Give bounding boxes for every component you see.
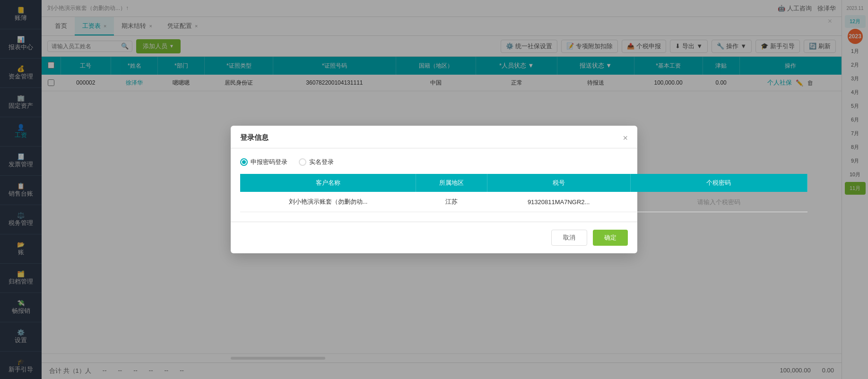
cancel-button[interactable]: 取消 (551, 230, 587, 246)
dialog-cell-name: 刘小艳演示账套（勿删勿动... (240, 192, 416, 212)
login-dialog: 登录信息 × 申报密码登录 实名登录 客户名称 所属地区 (231, 126, 637, 253)
dialog-header: 登录信息 × (231, 126, 637, 148)
dialog-cell-taxno: 91320811MA7NGR2... (487, 192, 630, 212)
dialog-col-name: 客户名称 (240, 174, 416, 192)
dialog-table: 客户名称 所属地区 税号 个税密码 刘小艳演示账套（勿删勿动... 江苏 913… (240, 174, 807, 212)
radio-password-login[interactable]: 申报密码登录 (240, 158, 287, 166)
dialog-table-row: 刘小艳演示账套（勿删勿动... 江苏 91320811MA7NGR2... (240, 192, 807, 212)
radio-realname-login[interactable]: 实名登录 (299, 158, 334, 166)
radio-password-dot (240, 158, 248, 166)
login-type-group: 申报密码登录 实名登录 (240, 158, 628, 166)
tax-password-input[interactable] (636, 198, 801, 206)
dialog-col-password: 个税密码 (630, 174, 807, 192)
dialog-col-taxno: 税号 (487, 174, 630, 192)
dialog-overlay: 登录信息 × 申报密码登录 实名登录 客户名称 所属地区 (0, 0, 868, 379)
dialog-footer: 取消 确定 (231, 222, 637, 253)
dialog-cell-password[interactable] (630, 192, 807, 212)
dialog-col-region: 所属地区 (416, 174, 487, 192)
confirm-button[interactable]: 确定 (593, 230, 628, 246)
radio-realname-dot (299, 158, 306, 166)
dialog-title: 登录信息 (240, 133, 269, 142)
dialog-cell-region: 江苏 (416, 192, 487, 212)
dialog-close-btn[interactable]: × (623, 134, 628, 142)
dialog-body: 申报密码登录 实名登录 客户名称 所属地区 税号 个税密码 (231, 148, 637, 222)
